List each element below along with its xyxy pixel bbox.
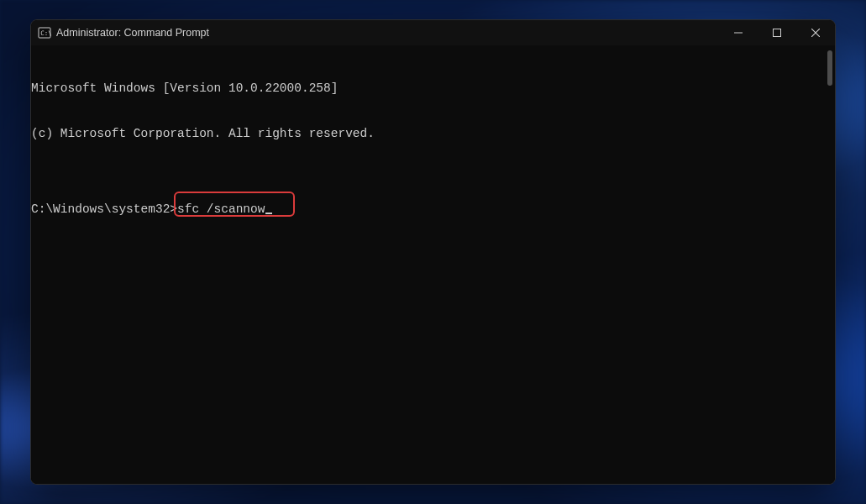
- svg-text:C:\: C:\: [40, 29, 51, 37]
- minimize-button[interactable]: [719, 20, 758, 45]
- terminal-line: (c) Microsoft Corporation. All rights re…: [31, 126, 828, 141]
- terminal-line: Microsoft Windows [Version 10.0.22000.25…: [31, 81, 828, 96]
- prompt-path: C:\Windows\system32>: [31, 202, 177, 216]
- scrollbar-track[interactable]: [825, 50, 833, 479]
- window-title: Administrator: Command Prompt: [56, 27, 209, 39]
- titlebar[interactable]: C:\ Administrator: Command Prompt: [31, 20, 835, 45]
- command-prompt-window: C:\ Administrator: Command Prompt Micros…: [30, 19, 836, 485]
- svg-rect-3: [774, 29, 781, 37]
- maximize-button[interactable]: [758, 20, 796, 45]
- cmd-icon: C:\: [38, 26, 51, 39]
- scrollbar-thumb[interactable]: [827, 50, 832, 86]
- text-cursor: [265, 213, 272, 215]
- close-button[interactable]: [796, 20, 835, 45]
- terminal-area[interactable]: Microsoft Windows [Version 10.0.22000.25…: [31, 45, 835, 484]
- terminal-prompt-line: C:\Windows\system32>sfc /scannow: [31, 202, 828, 217]
- typed-command: sfc /scannow: [177, 202, 265, 216]
- command-input-area[interactable]: sfc /scannow: [177, 202, 272, 217]
